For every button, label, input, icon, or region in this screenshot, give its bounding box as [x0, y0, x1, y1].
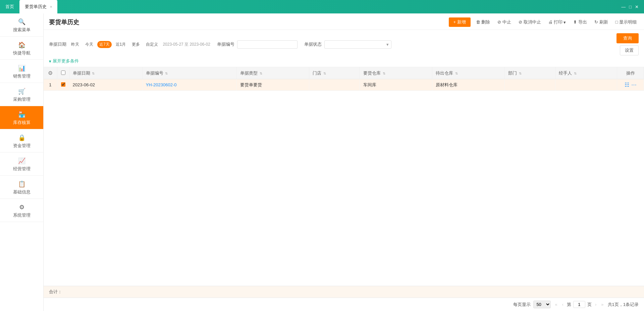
tab-home-label: 首页 [5, 4, 14, 10]
sidebar-item-quick-nav[interactable]: 🏠 快捷导航 [0, 37, 43, 60]
table-container: ⚙ 单据日期 ⇅ 单据编号 ⇅ [44, 67, 644, 286]
date-btn-yesterday[interactable]: 昨天 [69, 41, 81, 48]
row-more-icon[interactable]: ⋯ [631, 82, 637, 88]
show-detail-button-label: □ 显示明细 [615, 19, 637, 25]
date-btn-last1month[interactable]: 近1月 [114, 41, 128, 48]
doc-number-label: 单据编号 [217, 41, 234, 47]
doc-status-select-wrapper [324, 40, 391, 49]
date-filter-label: 单据日期 [49, 41, 66, 47]
sort-department-icon[interactable]: ⇅ [519, 72, 522, 75]
suspend-button[interactable]: ⊘ 中止 [495, 18, 513, 27]
sidebar-item-purchase-mgmt-label: 采购管理 [13, 96, 31, 102]
sidebar-item-purchase-mgmt[interactable]: 🛒 采购管理 [0, 83, 43, 106]
row-edit-icon[interactable]: ☷ [625, 82, 629, 88]
select-all-checkbox[interactable] [61, 71, 65, 75]
th-checkbox[interactable] [57, 67, 69, 79]
last-page-button[interactable]: » [600, 301, 605, 308]
print-dropdown-icon: ▾ [564, 20, 566, 25]
prev-page-button[interactable]: ‹ [561, 301, 565, 308]
sort-pending-warehouse-icon[interactable]: ⇅ [455, 72, 458, 75]
sidebar-item-basic-info[interactable]: 📋 基础信息 [0, 176, 43, 199]
per-page-label: 每页显示 [513, 302, 531, 308]
sidebar-item-inventory-mgmt[interactable]: 🏪 库存核算 [0, 106, 43, 129]
sidebar-item-sales-mgmt[interactable]: 📊 销售管理 [0, 60, 43, 83]
query-button[interactable]: 查询 [616, 33, 639, 43]
cancel-suspend-button-label: ⊘ 取消中止 [519, 19, 541, 25]
doc-status-filter-group: 单据状态 [304, 40, 391, 49]
settings-button[interactable]: 设置 [620, 45, 639, 55]
date-range-display: 2023-05-27 至 2023-06-02 [163, 42, 210, 47]
maximize-button[interactable]: □ [629, 4, 632, 9]
sort-handler-icon[interactable]: ⇅ [574, 72, 577, 75]
first-page-button[interactable]: « [553, 301, 558, 308]
th-settings[interactable]: ⚙ [44, 67, 57, 79]
row-doc-date-cell: 2023-06-02 [69, 79, 142, 91]
row-num-cell: 1 [44, 79, 57, 91]
expand-icon: ▾ [49, 59, 51, 64]
print-button[interactable]: 🖨 打印 ▾ [546, 18, 568, 27]
main-layout: 🔍 搜索菜单 🏠 快捷导航 📊 销售管理 🛒 采购管理 🏪 库存核算 🔒 资金管… [0, 13, 644, 311]
add-button-label: + 新增 [453, 19, 466, 25]
close-button[interactable]: ✕ [635, 4, 639, 9]
row-checkbox-cell[interactable] [57, 79, 69, 91]
sort-doc-date-icon[interactable]: ⇅ [92, 72, 95, 75]
row-checkbox[interactable] [61, 82, 65, 87]
sidebar-item-finance-mgmt-label: 资金管理 [13, 143, 31, 149]
content-area: 要货单历史 + 新增 🗑 删除 ⊘ 中止 ⊘ 取消中止 🖨 打印 ▾ [44, 13, 644, 311]
table-body: 1 2023-06-02 YH-20230602-0 要货单要货 车间库 原材料… [44, 79, 644, 91]
filter-row-1: 单据日期 昨天 今天 近7天 近1月 更多 自定义 2023-05-27 至 2… [49, 33, 639, 55]
tab-requisition-history[interactable]: 要货单历史 × [19, 0, 57, 13]
page-suffix-label: 页 [587, 302, 592, 308]
table-header-row: ⚙ 单据日期 ⇅ 单据编号 ⇅ [44, 67, 644, 79]
operations-mgmt-icon: 📈 [18, 157, 25, 165]
suspend-button-label: ⊘ 中止 [497, 19, 511, 25]
sidebar-item-finance-mgmt[interactable]: 🔒 资金管理 [0, 129, 43, 152]
export-button[interactable]: ⬆ 导出 [571, 18, 589, 27]
doc-number-input[interactable] [237, 40, 298, 49]
data-table: ⚙ 单据日期 ⇅ 单据编号 ⇅ [44, 67, 644, 91]
date-btn-more[interactable]: 更多 [130, 41, 142, 48]
date-btn-today[interactable]: 今天 [83, 41, 95, 48]
tab-close-icon[interactable]: × [50, 5, 52, 9]
page-navigation: « ‹ 第 页 › » [553, 301, 605, 308]
expand-more-conditions[interactable]: ▾ 展开更多条件 [49, 58, 79, 64]
per-page-select[interactable]: 50 10 20 100 [533, 301, 551, 308]
th-pending-warehouse: 待出仓库 ⇅ [432, 67, 505, 79]
column-settings-icon[interactable]: ⚙ [48, 70, 53, 76]
date-btn-custom[interactable]: 自定义 [144, 41, 160, 48]
expand-label: 展开更多条件 [53, 58, 79, 64]
sort-store-icon[interactable]: ⇅ [323, 72, 326, 75]
minimize-button[interactable]: — [621, 4, 626, 9]
finance-mgmt-icon: 🔒 [18, 134, 25, 141]
next-page-button[interactable]: › [594, 301, 598, 308]
add-button[interactable]: + 新增 [449, 17, 471, 27]
sort-doc-type-icon[interactable]: ⇅ [260, 72, 262, 75]
search-menu-icon: 🔍 [18, 18, 25, 26]
sort-req-warehouse-icon[interactable]: ⇅ [383, 72, 385, 75]
delete-button[interactable]: 🗑 删除 [474, 18, 492, 27]
tab-requisition-history-label: 要货单历史 [25, 4, 47, 10]
row-doc-number-link[interactable]: YH-20230602-0 [146, 82, 177, 87]
sidebar-item-quick-nav-label: 快捷导航 [13, 50, 31, 56]
sidebar-item-system-mgmt[interactable]: ⚙ 系统管理 [0, 199, 43, 222]
row-actions-cell: ☷ ⋯ [617, 79, 644, 91]
sidebar-item-operations-mgmt-label: 经营管理 [13, 166, 31, 172]
page-number-input[interactable] [573, 301, 585, 308]
th-handler: 经手人 ⇅ [555, 67, 617, 79]
sidebar-item-search-menu[interactable]: 🔍 搜索菜单 [0, 13, 43, 37]
date-btn-last7days[interactable]: 近7天 [97, 41, 112, 48]
th-doc-type: 单据类型 ⇅ [236, 67, 309, 79]
date-range-options: 昨天 今天 近7天 近1月 更多 自定义 [69, 41, 160, 48]
tab-home[interactable]: 首页 [0, 0, 19, 13]
cancel-suspend-button[interactable]: ⊘ 取消中止 [517, 18, 543, 27]
sort-doc-number-icon[interactable]: ⇅ [165, 72, 168, 75]
sum-label: 合计： [49, 289, 62, 295]
doc-status-select[interactable] [324, 40, 391, 49]
th-store: 门店 ⇅ [309, 67, 360, 79]
show-detail-button[interactable]: □ 显示明细 [613, 18, 639, 27]
refresh-button[interactable]: ↻ 刷新 [592, 18, 610, 27]
row-doc-type-cell: 要货单要货 [236, 79, 309, 91]
th-doc-date: 单据日期 ⇅ [69, 67, 142, 79]
sidebar-item-operations-mgmt[interactable]: 📈 经营管理 [0, 152, 43, 176]
row-pending-warehouse-cell: 原材料仓库 [432, 79, 505, 91]
